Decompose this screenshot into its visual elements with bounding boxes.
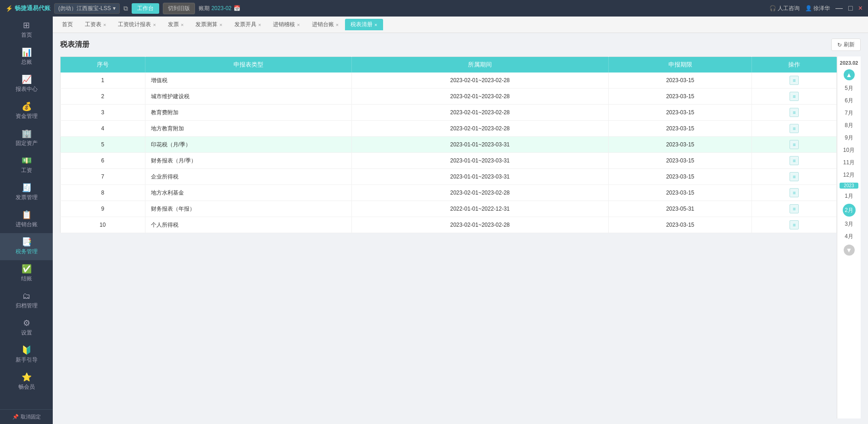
action-icon[interactable]: ≡: [790, 108, 799, 117]
timeline-month[interactable]: 10月: [837, 144, 861, 156]
action-icon[interactable]: ≡: [790, 204, 799, 213]
tab-purchase-ledger[interactable]: 进销台账×: [306, 19, 344, 30]
cell-deadline: 2023-03-15: [608, 169, 752, 185]
cell-action[interactable]: ≡: [752, 153, 837, 169]
timeline-month[interactable]: 6月: [837, 95, 861, 107]
tab-close-salary-table[interactable]: ×: [103, 22, 106, 28]
sidebar-item-label: 进销台账: [16, 221, 38, 229]
cell-period: 2023-02-01~2023-02-28: [351, 185, 608, 201]
cell-period: 2023-02-01~2023-02-28: [351, 89, 608, 105]
current-year-badge: 2023: [840, 183, 858, 189]
tab-home[interactable]: 首页: [56, 19, 78, 30]
timeline-month[interactable]: 11月: [837, 156, 861, 169]
sidebar-item-fixed-assets[interactable]: 🏢 固定资产: [0, 125, 53, 152]
sidebar-item-member[interactable]: ⭐ 畅会员: [0, 368, 53, 396]
sidebar-item-purchase-sale[interactable]: 📋 进销台账: [0, 206, 53, 233]
cell-action[interactable]: ≡: [752, 201, 837, 217]
tab-label-invoice: 发票: [168, 21, 179, 28]
salary-icon: 💵: [22, 156, 32, 165]
table-row: 3 教育费附加 2023-02-01~2023-02-28 2023-03-15…: [61, 105, 837, 121]
sidebar-item-guide[interactable]: 🔰 新手引导: [0, 341, 53, 368]
page-title: 税表清册: [60, 40, 89, 50]
action-icon[interactable]: ≡: [790, 124, 799, 133]
sidebar-item-salary[interactable]: 💵 工资: [0, 152, 53, 179]
cell-action[interactable]: ≡: [752, 217, 837, 233]
action-icon[interactable]: ≡: [790, 156, 799, 165]
page-content: 税表清册 ↻ 刷新 序号申报表类型所属期间申报期限操作 1 增值税 2023-0…: [53, 33, 868, 424]
tab-close-tax-register[interactable]: ×: [374, 22, 377, 28]
sidebar-item-report[interactable]: 📈 报表中心: [0, 71, 53, 98]
minimize-button[interactable]: —: [835, 4, 843, 12]
tab-tax-register[interactable]: 税表清册×: [345, 19, 383, 30]
timeline-month-2月[interactable]: 2月: [843, 204, 856, 217]
calendar-icon[interactable]: 📅: [234, 5, 240, 11]
sidebar-item-label: 畅会员: [18, 383, 35, 391]
sidebar-item-settings[interactable]: ⚙ 设置: [0, 314, 53, 341]
timeline-next-button[interactable]: ▼: [844, 245, 855, 256]
refresh-button[interactable]: ↻ 刷新: [831, 39, 861, 51]
old-version-button[interactable]: 切到旧版: [163, 3, 195, 14]
cell-action[interactable]: ≡: [752, 121, 837, 137]
timeline-month[interactable]: 5月: [837, 82, 861, 95]
tab-invoice-open[interactable]: 发票开具×: [229, 19, 267, 30]
cell-type: 财务报表（月/季）: [145, 153, 351, 169]
action-icon[interactable]: ≡: [790, 92, 799, 101]
cell-action[interactable]: ≡: [752, 105, 837, 121]
top-header: ⚡ 畅捷通易代账 (勿动）江西服宝-LSS ▾ ⧉ 工作台 切到旧版 账期 20…: [0, 0, 868, 17]
sidebar-item-home[interactable]: ⊞ 首页: [0, 17, 53, 44]
sidebar-item-ledger[interactable]: 📊 总账: [0, 44, 53, 71]
workbench-button[interactable]: 工作台: [132, 3, 159, 14]
close-button[interactable]: ×: [858, 4, 862, 12]
sidebar-item-archive[interactable]: 🗂 归档管理: [0, 287, 53, 314]
timeline-month[interactable]: 12月: [837, 169, 861, 181]
tab-close-invoice-open[interactable]: ×: [258, 22, 261, 28]
sidebar-item-tax[interactable]: 📑 税务管理: [0, 233, 53, 260]
timeline-month-1月[interactable]: 1月: [837, 190, 861, 202]
cell-deadline: 2023-03-15: [608, 153, 752, 169]
table-row: 9 财务报表（年报） 2022-01-01~2022-12-31 2023-05…: [61, 201, 837, 217]
cell-deadline: 2023-05-31: [608, 201, 752, 217]
tab-salary-table[interactable]: 工资表×: [79, 19, 111, 30]
settings-icon: ⚙: [23, 319, 30, 327]
tab-close-invoice[interactable]: ×: [181, 22, 184, 28]
cell-action[interactable]: ≡: [752, 89, 837, 105]
sidebar-item-settlement[interactable]: ✅ 结账: [0, 260, 53, 287]
tab-invoice-calc[interactable]: 发票测算×: [190, 19, 228, 30]
tab-close-invoice-calc[interactable]: ×: [219, 22, 222, 28]
cell-action[interactable]: ≡: [752, 73, 837, 89]
tab-close-salary-report[interactable]: ×: [153, 22, 156, 28]
ai-consult-button[interactable]: 🎧 人工咨询: [769, 5, 800, 12]
tab-close-purchase-check[interactable]: ×: [297, 22, 300, 28]
action-icon[interactable]: ≡: [790, 172, 799, 181]
cell-no: 3: [61, 105, 145, 121]
timeline-month-3月[interactable]: 3月: [837, 218, 861, 230]
sidebar-item-label: 设置: [21, 329, 32, 337]
tab-invoice[interactable]: 发票×: [162, 19, 189, 30]
sidebar-item-capital[interactable]: 💰 资金管理: [0, 98, 53, 125]
copy-icon[interactable]: ⧉: [123, 5, 128, 12]
timeline-month-4月[interactable]: 4月: [837, 230, 861, 243]
cell-no: 1: [61, 73, 145, 89]
company-selector[interactable]: (勿动）江西服宝-LSS ▾: [54, 3, 120, 14]
action-icon[interactable]: ≡: [790, 220, 799, 229]
tab-close-purchase-ledger[interactable]: ×: [336, 22, 339, 28]
user-profile[interactable]: 👤 徐泽华: [805, 5, 830, 12]
tax-icon: 📑: [22, 238, 32, 246]
sidebar-item-invoice[interactable]: 🧾 发票管理: [0, 179, 53, 206]
cell-action[interactable]: ≡: [752, 169, 837, 185]
sidebar-footer[interactable]: 📌 取消固定: [0, 409, 53, 424]
action-icon[interactable]: ≡: [790, 188, 799, 197]
action-icon[interactable]: ≡: [790, 140, 799, 149]
tab-purchase-check[interactable]: 进销稽核×: [267, 19, 305, 30]
timeline-month[interactable]: 9月: [837, 132, 861, 144]
cell-action[interactable]: ≡: [752, 137, 837, 153]
tab-salary-report[interactable]: 工资统计报表×: [112, 19, 161, 30]
timeline-prev-button[interactable]: ▲: [844, 69, 855, 80]
maximize-button[interactable]: □: [848, 4, 853, 12]
content-area: 首页工资表×工资统计报表×发票×发票测算×发票开具×进销稽核×进销台账×税表清册…: [53, 17, 868, 424]
action-icon[interactable]: ≡: [790, 76, 799, 85]
timeline-month[interactable]: 8月: [837, 119, 861, 132]
cell-action[interactable]: ≡: [752, 185, 837, 201]
timeline-month[interactable]: 7月: [837, 107, 861, 119]
table-row: 1 增值税 2023-02-01~2023-02-28 2023-03-15 ≡: [61, 73, 837, 89]
